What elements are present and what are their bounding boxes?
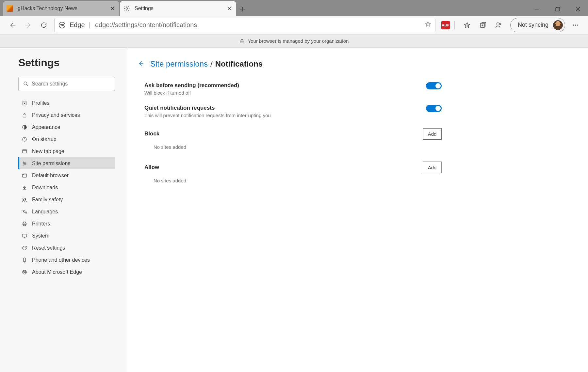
allow-empty-msg: No sites added bbox=[138, 176, 588, 192]
download-icon bbox=[22, 185, 27, 191]
sidebar-item-downloads[interactable]: Downloads bbox=[18, 181, 115, 194]
sync-status-pill[interactable]: Not syncing bbox=[510, 18, 565, 32]
setting-title: Ask before sending (recommended) bbox=[144, 82, 426, 89]
tab-ghacks[interactable]: gHacks Technology News bbox=[3, 1, 119, 16]
search-settings-box[interactable] bbox=[18, 77, 115, 91]
forward-button[interactable] bbox=[20, 17, 36, 33]
sidebar-item-appearance[interactable]: Appearance bbox=[18, 121, 115, 133]
sliders-icon bbox=[22, 161, 27, 166]
sidebar-item-label: Reset settings bbox=[32, 245, 65, 251]
address-url: edge://settings/content/notifications bbox=[95, 21, 425, 29]
sidebar-item-profiles[interactable]: Profiles bbox=[18, 97, 115, 109]
toolbar-separator bbox=[454, 21, 455, 29]
svg-point-19 bbox=[25, 163, 26, 164]
svg-rect-25 bbox=[24, 222, 25, 223]
close-icon[interactable] bbox=[109, 5, 116, 12]
back-button[interactable] bbox=[5, 17, 20, 33]
favorite-icon[interactable] bbox=[425, 21, 431, 29]
sidebar-item-about[interactable]: About Microsoft Edge bbox=[18, 266, 115, 278]
breadcrumb-back-button[interactable] bbox=[138, 59, 144, 69]
search-input[interactable] bbox=[32, 81, 110, 87]
close-window-button[interactable] bbox=[568, 3, 588, 16]
sidebar-item-label: Appearance bbox=[32, 124, 60, 130]
avatar bbox=[553, 20, 563, 30]
power-icon bbox=[22, 136, 27, 142]
add-block-button[interactable]: Add bbox=[423, 128, 442, 140]
profile-button[interactable] bbox=[491, 17, 506, 33]
sidebar-item-site-permissions[interactable]: Site permissions bbox=[18, 157, 115, 169]
sidebar-item-label: Languages bbox=[32, 209, 58, 215]
favorites-button[interactable] bbox=[459, 17, 475, 33]
close-icon[interactable] bbox=[226, 5, 233, 12]
system-icon bbox=[22, 233, 27, 239]
svg-rect-17 bbox=[23, 149, 26, 153]
maximize-button[interactable] bbox=[547, 3, 568, 16]
sidebar-item-label: Profiles bbox=[32, 100, 49, 106]
toggle-ask-before-sending[interactable] bbox=[426, 82, 442, 89]
address-bar[interactable]: Edge | edge://settings/content/notificat… bbox=[54, 18, 435, 32]
svg-point-0 bbox=[126, 8, 127, 9]
sidebar-item-default-browser[interactable]: Default browser bbox=[18, 169, 115, 181]
search-icon bbox=[23, 81, 28, 86]
profile-icon bbox=[22, 100, 27, 106]
breadcrumb-leaf: Notifications bbox=[215, 59, 263, 69]
sidebar-item-label: Printers bbox=[32, 221, 50, 227]
sidebar-item-label: New tab page bbox=[32, 148, 64, 154]
block-empty-msg: No sites added bbox=[138, 142, 588, 158]
svg-point-20 bbox=[23, 164, 24, 165]
svg-rect-21 bbox=[23, 174, 26, 177]
refresh-button[interactable] bbox=[36, 17, 52, 33]
printer-icon bbox=[22, 221, 27, 227]
window-controls bbox=[527, 3, 588, 16]
sidebar-item-reset[interactable]: Reset settings bbox=[18, 242, 115, 254]
sidebar-item-newtab[interactable]: New tab page bbox=[18, 145, 115, 157]
minimize-button[interactable] bbox=[527, 3, 547, 16]
reset-icon bbox=[22, 245, 27, 251]
sidebar-item-label: Site permissions bbox=[32, 161, 70, 166]
sidebar-item-phone[interactable]: Phone and other devices bbox=[18, 254, 115, 266]
svg-rect-2 bbox=[556, 8, 559, 11]
tab-title: Settings bbox=[135, 6, 226, 11]
toggle-quiet-requests[interactable] bbox=[426, 105, 442, 112]
sidebar-item-label: System bbox=[32, 233, 49, 239]
svg-point-13 bbox=[24, 102, 25, 103]
managed-banner: Your browser is managed by your organiza… bbox=[0, 35, 588, 48]
add-allow-button[interactable]: Add bbox=[423, 162, 442, 173]
settings-page: Settings Profiles Privacy and services A… bbox=[0, 48, 588, 372]
sidebar-item-label: Privacy and services bbox=[32, 112, 80, 118]
content-area: Site permissions / Notifications Ask bef… bbox=[126, 48, 588, 372]
collections-button[interactable] bbox=[475, 17, 491, 33]
section-allow: Allow Add bbox=[138, 158, 442, 176]
setting-quiet-requests: Quiet notification requests This will pr… bbox=[138, 102, 442, 125]
more-menu-button[interactable] bbox=[568, 17, 583, 33]
abp-extension-icon[interactable]: ABP bbox=[441, 21, 450, 29]
svg-point-9 bbox=[577, 24, 578, 25]
svg-point-23 bbox=[25, 198, 26, 199]
tab-settings[interactable]: Settings bbox=[120, 1, 236, 16]
section-block: Block Add bbox=[138, 125, 442, 142]
family-icon bbox=[22, 197, 27, 203]
svg-point-5 bbox=[497, 23, 499, 25]
page-title: Settings bbox=[18, 57, 126, 69]
sidebar-item-system[interactable]: System bbox=[18, 230, 115, 242]
sidebar-item-printers[interactable]: Printers bbox=[18, 218, 115, 230]
appearance-icon bbox=[22, 124, 27, 130]
breadcrumb-link[interactable]: Site permissions bbox=[150, 59, 208, 69]
language-icon bbox=[22, 209, 27, 215]
edge-logo-icon bbox=[58, 22, 66, 29]
sidebar-item-startup[interactable]: On startup bbox=[18, 133, 115, 145]
sidebar-item-languages[interactable]: Languages bbox=[18, 206, 115, 218]
managed-banner-text: Your browser is managed by your organiza… bbox=[248, 38, 349, 44]
svg-point-22 bbox=[23, 198, 24, 199]
svg-rect-27 bbox=[22, 234, 27, 237]
svg-point-11 bbox=[24, 82, 27, 85]
lock-icon bbox=[22, 112, 27, 118]
browser-icon bbox=[22, 173, 27, 178]
titlebar: gHacks Technology News Settings bbox=[0, 0, 588, 16]
sidebar-item-privacy[interactable]: Privacy and services bbox=[18, 109, 115, 121]
svg-point-7 bbox=[573, 24, 574, 25]
svg-point-8 bbox=[575, 24, 576, 25]
section-title: Block bbox=[144, 131, 423, 137]
sidebar-item-family[interactable]: Family safety bbox=[18, 194, 115, 206]
new-tab-button[interactable] bbox=[236, 3, 249, 16]
